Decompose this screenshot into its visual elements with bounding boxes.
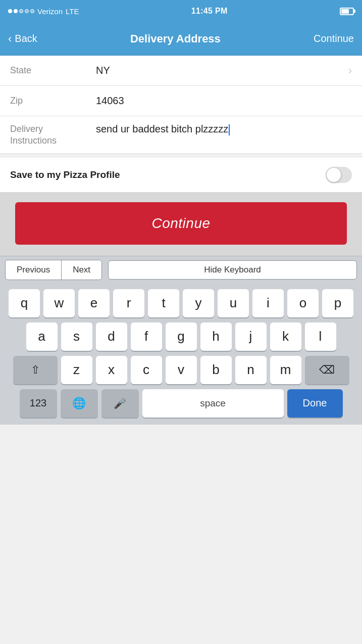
keyboard-nav-group: Previous Next [5, 260, 102, 280]
key-u[interactable]: u [218, 289, 249, 317]
key-v[interactable]: v [166, 356, 197, 384]
network-type-label: LTE [66, 7, 79, 16]
signal-dot-3 [19, 9, 23, 13]
signal-dot-5 [30, 9, 34, 13]
continue-button[interactable]: Continue [15, 202, 347, 245]
key-q[interactable]: q [9, 289, 40, 317]
globe-icon: 🌐 [72, 397, 86, 410]
state-chevron-icon: › [348, 64, 352, 77]
keyboard-row-1: q w e r t y u i o p [3, 289, 359, 317]
back-button[interactable]: ‹ Back [8, 32, 37, 45]
numbers-key[interactable]: 123 [20, 389, 57, 418]
key-z[interactable]: z [61, 356, 92, 384]
keyboard-row-4: 123 🌐 🎤 space Done [3, 389, 359, 418]
hide-keyboard-button[interactable]: Hide Keyboard [108, 260, 357, 280]
key-g[interactable]: g [166, 323, 197, 351]
status-time: 11:45 PM [191, 7, 228, 16]
delete-key[interactable]: ⌫ [305, 356, 349, 384]
battery-fill [341, 9, 349, 14]
done-key[interactable]: Done [287, 389, 343, 418]
key-m[interactable]: m [270, 356, 301, 384]
key-x[interactable]: x [96, 356, 127, 384]
next-button[interactable]: Next [62, 260, 101, 280]
key-a[interactable]: a [26, 323, 58, 351]
key-b[interactable]: b [200, 356, 232, 384]
key-r[interactable]: r [113, 289, 144, 317]
key-o[interactable]: o [287, 289, 319, 317]
state-label: State [10, 65, 96, 76]
key-j[interactable]: j [235, 323, 267, 351]
nav-bar: ‹ Back Delivery Address Continue [0, 22, 362, 56]
key-w[interactable]: w [43, 289, 75, 317]
state-row[interactable]: State NY › [0, 56, 362, 86]
key-p[interactable]: p [322, 289, 353, 317]
shift-icon: ⇧ [31, 363, 40, 377]
keyboard-row-2: a s d f g h j k l [3, 323, 359, 351]
save-label: Save to my Pizza Profile [10, 169, 120, 180]
mic-icon: 🎤 [114, 397, 126, 409]
keyboard-toolbar: Previous Next Hide Keyboard [0, 256, 362, 284]
battery-icon [340, 8, 354, 15]
instructions-row[interactable]: DeliveryInstructions send ur baddest bit… [0, 116, 362, 154]
save-row: Save to my Pizza Profile [0, 158, 362, 192]
back-chevron-icon: ‹ [8, 32, 12, 45]
signal-dots [8, 9, 34, 13]
carrier-label: Verizon [37, 7, 63, 16]
nav-continue-button[interactable]: Continue [314, 33, 354, 44]
globe-key[interactable]: 🌐 [61, 389, 98, 418]
key-d[interactable]: d [96, 323, 127, 351]
delete-icon: ⌫ [319, 363, 335, 377]
keyboard-row-3: ⇧ z x c v b n m ⌫ [3, 356, 359, 384]
zip-value: 14063 [96, 95, 352, 107]
key-e[interactable]: e [78, 289, 110, 317]
previous-button[interactable]: Previous [6, 260, 62, 280]
form-section: State NY › Zip 14063 DeliveryInstruction… [0, 56, 362, 154]
page-title: Delivery Address [42, 32, 308, 45]
zip-label: Zip [10, 96, 96, 106]
key-y[interactable]: y [183, 289, 214, 317]
key-h[interactable]: h [200, 323, 232, 351]
key-f[interactable]: f [131, 323, 162, 351]
instructions-label: DeliveryInstructions [10, 123, 96, 147]
space-key[interactable]: space [142, 389, 284, 418]
state-value: NY [96, 65, 344, 76]
text-cursor [229, 124, 230, 135]
key-c[interactable]: c [131, 356, 162, 384]
continue-section: Continue [0, 192, 362, 256]
signal-dot-1 [8, 9, 12, 13]
key-t[interactable]: t [148, 289, 179, 317]
save-toggle[interactable] [326, 167, 352, 183]
status-bar: Verizon LTE 11:45 PM [0, 0, 362, 22]
back-label: Back [15, 33, 37, 44]
instructions-value[interactable]: send ur baddest bitch plzzzzz [96, 123, 352, 135]
status-bar-left: Verizon LTE [8, 7, 79, 16]
toggle-thumb [327, 168, 341, 182]
zip-row[interactable]: Zip 14063 [0, 86, 362, 116]
status-bar-right [340, 8, 354, 15]
shift-key[interactable]: ⇧ [13, 356, 58, 384]
key-k[interactable]: k [270, 323, 301, 351]
keyboard: q w e r t y u i o p a s d f g h j k l ⇧ … [0, 284, 362, 425]
key-i[interactable]: i [252, 289, 284, 317]
signal-dot-2 [14, 9, 18, 13]
mic-key[interactable]: 🎤 [101, 389, 139, 418]
key-s[interactable]: s [61, 323, 92, 351]
signal-dot-4 [25, 9, 29, 13]
key-l[interactable]: l [305, 323, 336, 351]
key-n[interactable]: n [235, 356, 267, 384]
